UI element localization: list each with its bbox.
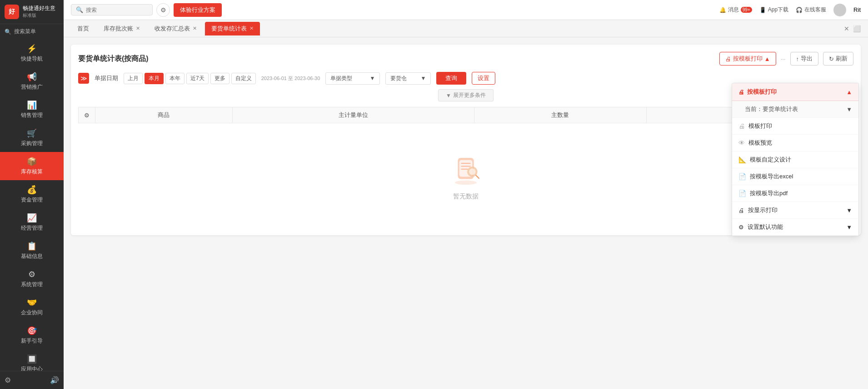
sidebar-item-finance[interactable]: 💰 资金管理 — [0, 180, 64, 208]
refresh-icon: ↻ — [829, 56, 834, 62]
sidebar-item-label: 库存核算 — [21, 168, 43, 176]
headset-icon: 🎧 — [796, 7, 803, 13]
export-label: 导出 — [801, 55, 813, 63]
sidebar-item-collab[interactable]: 🤝 企业协同 — [0, 293, 64, 321]
date-custom-btn[interactable]: 自定义 — [231, 73, 256, 84]
sidebar-item-system[interactable]: ⚙ 系统管理 — [0, 265, 64, 293]
sidebar-item-newbie[interactable]: 🎯 新手引导 — [0, 321, 64, 349]
topbar-gear-button[interactable]: ⚙ — [156, 3, 170, 17]
export-button[interactable]: ↑ 导出 — [790, 52, 819, 66]
dropdown-item-display-print[interactable]: 🖨 按显示打印 ▼ — [732, 202, 858, 219]
page-title: 要货单统计表(按商品) — [78, 54, 149, 64]
sidebar-item-quick-nav[interactable]: ⚡ 快捷导航 — [0, 39, 64, 67]
window-close-button[interactable]: ✕ — [844, 25, 849, 32]
settings-footer-icon[interactable]: ⚙ — [5, 376, 11, 384]
sidebar-item-purchase[interactable]: 🛒 采购管理 — [0, 124, 64, 152]
page-title-row: 要货单统计表(按商品) 🖨 按模板打印 ▲ ··· ↑ 导出 ↻ 刷新 — [78, 52, 853, 66]
date-current-btn[interactable]: 本月 — [145, 73, 164, 84]
order-type-label: 单据类型 — [330, 75, 352, 82]
print-button[interactable]: 🖨 按模板打印 ▲ — [719, 52, 776, 66]
dropdown-item-template-print[interactable]: 🖨 模板打印 — [732, 118, 858, 135]
notifications-label: 消息 — [728, 6, 739, 14]
page-content: 要货单统计表(按商品) 🖨 按模板打印 ▲ ··· ↑ 导出 ↻ 刷新 — [64, 37, 868, 389]
print-icon: 🖨 — [725, 56, 731, 62]
tab-order-summary-label: 要货单统计表 — [211, 25, 247, 33]
dropdown-item-template-excel[interactable]: 📄 按模板导出excel — [732, 168, 858, 185]
dropdown-current-template[interactable]: 当前：要货单统计表 ▼ — [732, 101, 858, 118]
template-pdf-label: 按模板导出pdf — [750, 189, 788, 197]
set-default-arrow-icon: ▼ — [846, 224, 852, 231]
tab-order-summary-close[interactable]: ✕ — [249, 25, 254, 31]
sidebar-item-label: 营销推广 — [21, 83, 43, 91]
marketing-icon: 📢 — [27, 72, 37, 82]
sidebar-item-inventory[interactable]: 📦 库存核算 — [0, 152, 64, 180]
online-service-item[interactable]: 🎧 在线客服 — [796, 6, 826, 14]
date-buttons: 上月 本月 本年 近7天 更多 自定义 — [124, 73, 256, 84]
sidebar-item-marketing[interactable]: 📢 营销推广 — [0, 67, 64, 96]
order-goods-label: 要货仓 — [390, 75, 407, 82]
sidebar-item-sales[interactable]: 📊 销售管理 — [0, 96, 64, 124]
date-more-btn[interactable]: 更多 — [210, 73, 229, 84]
template-preview-icon: 👁 — [738, 139, 745, 147]
tab-home[interactable]: 首页 — [71, 22, 95, 35]
table-settings-col[interactable]: ⚙ — [79, 107, 95, 123]
date-prev-btn[interactable]: 上月 — [124, 73, 143, 84]
sales-icon: 📊 — [27, 100, 37, 110]
industry-btn[interactable]: 体验行业方案 — [174, 3, 222, 17]
order-type-select[interactable]: 单据类型 ▼ — [325, 72, 380, 85]
current-template-arrow-icon: ▼ — [846, 106, 852, 113]
order-goods-arrow-icon: ▼ — [420, 75, 426, 81]
dropdown-item-template-preview[interactable]: 👁 模板预览 — [732, 135, 858, 152]
sidebar-item-label: 采购管理 — [21, 140, 43, 147]
expand-icon: ▼ — [446, 92, 451, 99]
sidebar-item-label: 快捷导航 — [21, 55, 43, 63]
sidebar-item-app-center[interactable]: 🔲 应用中心 — [0, 349, 64, 371]
notifications-item[interactable]: 🔔 消息 99+ — [719, 6, 752, 14]
tab-order-summary[interactable]: 要货单统计表 ✕ — [205, 22, 260, 35]
dropdown-item-template-design[interactable]: 📐 模板自定义设计 — [732, 152, 858, 168]
svg-point-0 — [455, 181, 477, 185]
sidebar-item-label: 销售管理 — [21, 111, 43, 119]
sidebar-item-basic[interactable]: 📋 基础信息 — [0, 237, 64, 265]
tab-batch-account-close[interactable]: ✕ — [136, 25, 140, 31]
settings-button[interactable]: 设置 — [472, 72, 495, 85]
window-maximize-button[interactable]: ⬜ — [853, 25, 861, 32]
table-header-unit: 主计量单位 — [232, 107, 474, 123]
dropdown-title: 🖨 按模板打印 — [738, 88, 777, 96]
filter-expand-button[interactable]: ≫ — [78, 73, 89, 84]
dropdown-collapse-icon[interactable]: ▲ — [846, 89, 852, 96]
tab-receipt-summary[interactable]: 收发存汇总表 ✕ — [148, 22, 203, 35]
order-goods-select[interactable]: 要货仓 ▼ — [385, 72, 431, 85]
logo-icon: 好 — [5, 5, 19, 19]
tab-receipt-summary-close[interactable]: ✕ — [193, 25, 197, 31]
query-button[interactable]: 查询 — [436, 72, 466, 85]
dropdown-item-set-default[interactable]: ⚙ 设置默认功能 ▼ — [732, 219, 858, 236]
date-7days-btn[interactable]: 近7天 — [186, 73, 209, 84]
topbar: 🔍 ⚙ 体验行业方案 🔔 消息 99+ 📱 App下载 🎧 在线客服 Rit — [64, 0, 868, 20]
display-print-icon: 🖨 — [738, 207, 744, 214]
empty-illustration — [448, 151, 484, 187]
print-arrow-icon: ▲ — [764, 56, 770, 62]
sidebar-search[interactable]: 🔍 搜索菜单 — [0, 24, 64, 39]
online-service-label: 在线客服 — [804, 6, 826, 14]
dropdown-item-template-pdf[interactable]: 📄 按模板导出pdf — [732, 185, 858, 202]
date-year-btn[interactable]: 本年 — [165, 73, 185, 84]
search-label: 搜索菜单 — [14, 28, 36, 35]
purchase-icon: 🛒 — [27, 128, 37, 138]
sidebar-item-operations[interactable]: 📈 经营管理 — [0, 208, 64, 237]
dropdown-title-text: 按模板打印 — [747, 88, 777, 96]
topbar-search-box[interactable]: 🔍 — [71, 4, 153, 15]
template-preview-label: 模板预览 — [748, 139, 772, 147]
topbar-search-input[interactable] — [86, 7, 140, 13]
app-download-item[interactable]: 📱 App下载 — [759, 6, 788, 14]
print-label: 按模板打印 — [733, 55, 763, 63]
svg-line-8 — [476, 175, 479, 178]
sidebar-item-label: 新手引导 — [21, 337, 43, 345]
expand-label: 展开更多条件 — [453, 91, 486, 99]
tab-batch-account[interactable]: 库存批次账 ✕ — [97, 22, 146, 35]
refresh-button[interactable]: ↻ 刷新 — [823, 52, 853, 66]
expand-more-button[interactable]: ▼ 展开更多条件 — [438, 89, 494, 101]
more-options-icon[interactable]: ··· — [781, 56, 786, 62]
user-avatar[interactable] — [833, 4, 846, 16]
sound-footer-icon[interactable]: 🔊 — [50, 376, 59, 384]
